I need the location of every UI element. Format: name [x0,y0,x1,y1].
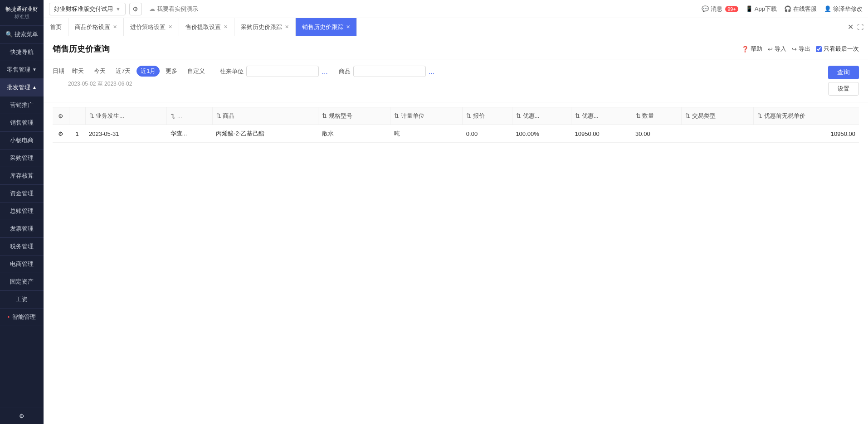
product-dots[interactable]: ... [429,67,434,76]
tab-price-settings[interactable]: 商品价格设置 ✕ [68,18,124,36]
user-menu[interactable]: 👤 徐泽华修改 [824,5,863,13]
date-last7[interactable]: 近7天 [112,66,135,77]
row-discount1: 100.00% [512,125,571,143]
last-only-checkbox-label[interactable]: 只看最后一次 [816,45,859,53]
sidebar-item-label: 资金管理 [10,189,34,198]
close-window-icon[interactable]: ✕ [848,23,853,31]
sidebar-search[interactable]: 🔍 搜索菜单 [0,26,44,43]
table-header-row: ⚙ ⇅ 业务发生... ⇅ ... ⇅ 商品 [53,107,859,125]
sort-icon: ⇅ [466,112,471,119]
row-tx-type [682,125,754,143]
settings-button[interactable]: 设置 [828,82,859,96]
user-label: 徐泽华修改 [833,5,863,13]
sidebar-item-label: 总账管理 [10,207,34,215]
chevron-down-icon: ▼ [116,6,121,12]
gear-button[interactable]: ⚙ [129,3,142,15]
logo-text: 畅捷通好业财 [4,5,40,13]
sidebar-item-invoice[interactable]: 发票管理 [0,220,44,238]
sidebar-settings[interactable]: ⚙ [0,408,44,424]
close-icon[interactable]: ✕ [285,24,289,30]
demo-link[interactable]: ☁ 我要看实例演示 [149,5,198,13]
tabbar-close-area: ✕ ⛶ [843,23,868,31]
sort-icon: ⇅ [516,112,521,119]
sidebar-item-salary[interactable]: 工资 [0,291,44,308]
query-button[interactable]: 查询 [828,66,859,79]
filter-bar: 日期 昨天 今天 近7天 近1月 更多 自定义 2023-05-02 至 202… [44,59,868,102]
date-filter-group: 日期 昨天 今天 近7天 近1月 更多 自定义 [53,66,209,77]
close-icon[interactable]: ✕ [346,24,350,30]
col-product[interactable]: ⇅ 商品 [212,107,318,125]
last-only-checkbox[interactable] [816,46,822,52]
version-select[interactable]: 好业财标准版交付试用 ▼ [49,3,126,15]
sort-icon: ⇅ [89,112,94,119]
sort-icon: ⇅ [171,113,176,120]
sort-icon: ⇅ [575,112,580,119]
online-service-button[interactable]: 🎧 在线客服 [784,5,817,13]
date-more[interactable]: 更多 [161,66,181,77]
close-icon[interactable]: ✕ [168,24,172,30]
play-icon: ☁ [149,5,155,12]
sidebar-item-finance[interactable]: 资金管理 [0,185,44,202]
sidebar-item-general-ledger[interactable]: 总账管理 [0,202,44,220]
close-icon[interactable]: ✕ [113,24,117,30]
sidebar-item-quick-nav[interactable]: 快捷导航 [0,43,44,61]
sidebar-item-purchase[interactable]: 采购管理 [0,149,44,167]
date-today[interactable]: 今天 [90,66,110,77]
col-gear[interactable]: ⚙ [53,107,69,125]
app-download-button[interactable]: 📱 App下载 [746,5,777,13]
col-price[interactable]: ⇅ 报价 [463,107,512,125]
sort-icon: ⇅ [636,112,641,119]
tab-sale-history[interactable]: 销售历史价跟踪 ✕ [296,18,357,36]
sidebar-item-ecom[interactable]: 电商管理 [0,255,44,273]
col-pretax-price[interactable]: ⇅ 优惠前无税单价 [754,107,859,125]
message-icon: 💬 [702,5,709,12]
sidebar-item-ecom-small[interactable]: 小畅电商 [0,132,44,149]
source-dots[interactable]: ... [322,67,327,76]
sidebar-item-label: 固定资产 [10,278,34,286]
maximize-icon[interactable]: ⛶ [857,24,863,31]
col-tx-type[interactable]: ⇅ 交易类型 [682,107,754,125]
col-biz-date[interactable]: ⇅ 业务发生... [85,107,167,125]
row-spec: 散水 [318,125,390,143]
tab-purchase-history[interactable]: 采购历史价跟踪 ✕ [234,18,296,36]
sidebar-item-assets[interactable]: 固定资产 [0,273,44,291]
row-gear[interactable]: ⚙ [53,125,69,143]
col-spec[interactable]: ⇅ 规格型号 [318,107,390,125]
help-button[interactable]: ❓ 帮助 [741,45,762,53]
date-last1m[interactable]: 近1月 [137,66,160,77]
close-icon[interactable]: ✕ [224,24,228,30]
gear-icon: ⚙ [19,413,24,419]
sidebar-item-sales[interactable]: 销售管理 [0,114,44,132]
row-no: 1 [69,125,85,143]
sidebar-item-marketing[interactable]: 营销推广 [0,96,44,114]
source-input[interactable] [246,66,319,77]
messages-button[interactable]: 💬 消息 99+ [702,5,738,13]
col-no [69,107,85,125]
export-button[interactable]: ↪ 导出 [792,45,810,53]
col-qty[interactable]: ⇅ 数量 [632,107,682,125]
sidebar-item-tax[interactable]: 税务管理 [0,238,44,255]
date-buttons: 昨天 今天 近7天 近1月 更多 自定义 [68,66,209,77]
date-custom[interactable]: 自定义 [183,66,209,77]
tab-home[interactable]: 首页 [44,18,68,36]
red-dot-icon: ● [8,315,10,319]
sidebar-item-wholesale[interactable]: 批发管理 ▲ [0,79,44,96]
sidebar-logo: 畅捷通好业财 标准版 [0,0,44,26]
sidebar-item-intelligent[interactable]: ● 智能管理 [0,308,44,326]
date-yesterday[interactable]: 昨天 [68,66,88,77]
export-icon: ↪ [792,46,797,53]
tab-label: 商品价格设置 [75,23,110,31]
tab-purchase-strategy[interactable]: 进价策略设置 ✕ [124,18,179,36]
col-unit[interactable]: ⇅ 计量单位 [390,107,463,125]
col-more[interactable]: ⇅ ... [167,107,212,125]
product-input[interactable] [353,66,426,77]
import-button[interactable]: ↩ 导入 [768,45,786,53]
sidebar-item-label: 电商管理 [10,260,34,268]
col-discount1[interactable]: ⇅ 优惠... [512,107,571,125]
tabbar: 首页 商品价格设置 ✕ 进价策略设置 ✕ 售价提取设置 ✕ 采购历史价跟踪 ✕ … [44,18,868,36]
sidebar-item-inventory[interactable]: 库存核算 [0,167,44,185]
date-filter-label: 日期 [53,67,64,75]
sidebar-item-retail[interactable]: 零售管理 ▼ [0,61,44,79]
col-discount2[interactable]: ⇅ 优惠... [571,107,632,125]
tab-sale-extract[interactable]: 售价提取设置 ✕ [179,18,234,36]
